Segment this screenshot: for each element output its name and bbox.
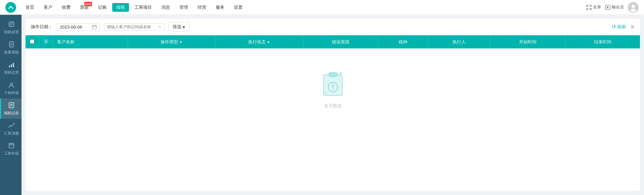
sidebar: 报税设置批量报税报税总览个税申报✓报税记录汇算清缴工商年报 bbox=[0, 15, 22, 195]
svg-rect-3 bbox=[590, 5, 591, 6]
sort-icon-op-type[interactable]: ▼ bbox=[179, 40, 182, 44]
table-header: 客户名称操作类型▼执行状态▼错误原因税种执行人开始时间结束时间 bbox=[26, 35, 640, 48]
svg-point-29 bbox=[13, 123, 14, 124]
select-all-checkbox[interactable] bbox=[30, 39, 34, 44]
svg-point-22 bbox=[10, 83, 12, 85]
sidebar-label-tax-summary: 报税总览 bbox=[4, 70, 19, 75]
sidebar-label-personal-tax: 个税申报 bbox=[4, 91, 19, 95]
fullscreen-label: 全屏 bbox=[593, 4, 601, 10]
settings-icon[interactable] bbox=[43, 39, 49, 44]
nav-item-tax[interactable]: 报税 bbox=[112, 3, 129, 12]
calendar-icon bbox=[92, 25, 97, 29]
th-executor: 执行人 bbox=[428, 35, 490, 48]
date-picker[interactable] bbox=[57, 23, 100, 31]
close-button[interactable]: ✕ bbox=[630, 24, 635, 30]
sidebar-label-batch-tax: 批量报税 bbox=[4, 50, 19, 54]
svg-point-1 bbox=[10, 6, 12, 7]
member-button[interactable]: 畅会员 bbox=[605, 4, 624, 10]
svg-point-10 bbox=[631, 9, 636, 12]
empty-text: 暂无数据 bbox=[324, 103, 342, 109]
sidebar-label-tax-settings: 报税设置 bbox=[4, 30, 19, 34]
main-layout: 报税设置批量报税报税总览个税申报✓报税记录汇算清缴工商年报 操作日期： bbox=[0, 15, 644, 195]
refresh-button[interactable]: ↺ 刷新 bbox=[612, 24, 626, 30]
filter-button[interactable]: 筛选 ▾ bbox=[168, 22, 189, 32]
svg-point-38 bbox=[159, 26, 161, 28]
nav-item-operation[interactable]: 经营 bbox=[194, 3, 210, 12]
top-navigation: 首页客户收费票据new记账报税工商项目消息管理经营服务设置 全屏 畅会员 bbox=[0, 0, 644, 15]
tax-summary-icon bbox=[8, 61, 15, 69]
nav-item-customer[interactable]: 客户 bbox=[40, 3, 56, 12]
svg-marker-7 bbox=[607, 6, 609, 8]
date-label: 操作日期： bbox=[31, 24, 53, 30]
sort-icon-exec-status[interactable]: ▼ bbox=[267, 40, 270, 44]
sidebar-item-tax-summary[interactable]: 报税总览 bbox=[0, 58, 22, 78]
th-exec-status: 执行状态▼ bbox=[215, 35, 303, 48]
svg-point-9 bbox=[632, 5, 635, 8]
svg-rect-21 bbox=[13, 63, 14, 67]
svg-point-48 bbox=[325, 92, 327, 94]
th-error-reason: 错误原因 bbox=[303, 35, 378, 48]
svg-rect-42 bbox=[329, 73, 337, 77]
toolbar: 操作日期： 筛选 ▾ bbox=[26, 19, 640, 35]
svg-line-39 bbox=[160, 27, 161, 28]
th-customer: 客户名称 bbox=[53, 35, 128, 48]
nav-item-billing[interactable]: 收费 bbox=[58, 3, 75, 12]
th-tax-type: 税种 bbox=[378, 35, 428, 48]
svg-rect-19 bbox=[9, 66, 10, 67]
nav-item-account[interactable]: 记账 bbox=[94, 3, 111, 12]
tax-settings-icon bbox=[8, 21, 15, 29]
data-table: 客户名称操作类型▼执行状态▼错误原因税种执行人开始时间结束时间 bbox=[26, 35, 640, 191]
svg-point-40 bbox=[45, 41, 47, 42]
svg-rect-5 bbox=[590, 8, 591, 10]
sidebar-item-tax-settings[interactable]: 报税设置 bbox=[0, 17, 22, 38]
empty-state: 暂无数据 bbox=[26, 48, 640, 129]
nav-right: 全屏 畅会员 bbox=[586, 2, 639, 13]
th-start-time: 开始时间 bbox=[490, 35, 565, 48]
tax-records-icon: ✓ bbox=[8, 102, 15, 110]
annual-report-icon bbox=[8, 142, 15, 150]
nav-item-settings[interactable]: 设置 bbox=[230, 3, 247, 12]
sidebar-label-tax-records: 报税记录 bbox=[4, 111, 19, 115]
settlement-icon bbox=[8, 122, 15, 130]
th-op-type: 操作类型▼ bbox=[128, 35, 215, 48]
sidebar-item-tax-records[interactable]: ✓报税记录 bbox=[0, 99, 22, 119]
sidebar-item-batch-tax[interactable]: 批量报税 bbox=[0, 38, 22, 58]
svg-rect-2 bbox=[587, 5, 588, 6]
fullscreen-button[interactable]: 全屏 bbox=[586, 4, 601, 10]
nav-item-message[interactable]: 消息 bbox=[157, 3, 174, 12]
chevron-down-icon: ▾ bbox=[183, 25, 185, 30]
sidebar-item-annual-report[interactable]: 工商年报 bbox=[0, 139, 22, 159]
date-input[interactable] bbox=[60, 25, 90, 30]
sidebar-label-settlement: 汇算清缴 bbox=[4, 131, 19, 135]
nav-badge-invoice: new bbox=[84, 2, 92, 6]
nav-item-manage[interactable]: 管理 bbox=[175, 3, 192, 12]
empty-illustration bbox=[319, 69, 346, 99]
search-box[interactable] bbox=[104, 23, 164, 31]
svg-rect-20 bbox=[11, 64, 12, 67]
svg-rect-4 bbox=[587, 8, 588, 10]
nav-item-invoice[interactable]: 票据new bbox=[76, 3, 93, 12]
member-label: 畅会员 bbox=[612, 4, 624, 10]
avatar[interactable] bbox=[628, 2, 639, 13]
th-end-time: 结束时间 bbox=[565, 35, 640, 48]
sidebar-item-settlement[interactable]: 汇算清缴 bbox=[0, 119, 22, 139]
svg-rect-34 bbox=[92, 25, 96, 29]
filter-label: 筛选 bbox=[173, 24, 181, 30]
sidebar-item-personal-tax[interactable]: 个税申报 bbox=[0, 78, 22, 99]
refresh-label: 刷新 bbox=[617, 24, 626, 30]
search-input[interactable] bbox=[107, 25, 157, 29]
svg-rect-30 bbox=[9, 143, 14, 148]
th-checkbox bbox=[26, 35, 39, 48]
svg-point-45 bbox=[332, 89, 333, 90]
search-icon bbox=[159, 25, 161, 29]
sidebar-label-annual-report: 工商年报 bbox=[4, 151, 19, 156]
nav-item-home[interactable]: 首页 bbox=[22, 3, 38, 12]
nav-item-biz[interactable]: 工商项目 bbox=[130, 3, 156, 12]
svg-point-47 bbox=[340, 72, 342, 74]
content-area: 操作日期： 筛选 ▾ bbox=[22, 15, 644, 195]
nav-items: 首页客户收费票据new记账报税工商项目消息管理经营服务设置 bbox=[22, 3, 586, 12]
personal-tax-icon bbox=[8, 82, 15, 89]
app-logo[interactable] bbox=[5, 2, 16, 13]
refresh-icon: ↺ bbox=[612, 24, 616, 30]
nav-item-service[interactable]: 服务 bbox=[212, 3, 228, 12]
